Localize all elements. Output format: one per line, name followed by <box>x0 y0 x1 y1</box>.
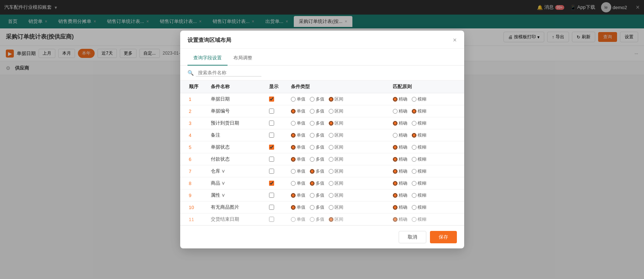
tab-query-fields-label: 查询字段设置 <box>193 55 222 60</box>
search-input[interactable] <box>196 69 261 75</box>
dialog: 设置查询区域布局 × 查询字段设置 布局调整 🔍 顺序 条件名称 显 <box>180 31 464 75</box>
dialog-search-area: 🔍 <box>180 66 464 75</box>
search-icon: 🔍 <box>187 70 194 75</box>
dialog-title: 设置查询区域布局 <box>187 37 231 44</box>
tab-layout[interactable]: 布局调整 <box>228 52 258 66</box>
dialog-close-button[interactable]: × <box>453 36 457 44</box>
dialog-header: 设置查询区域布局 × <box>180 31 464 49</box>
tab-layout-label: 布局调整 <box>233 55 252 60</box>
dialog-overlay: 设置查询区域布局 × 查询字段设置 布局调整 🔍 顺序 条件名称 显 <box>0 0 644 75</box>
close-icon: × <box>453 36 457 44</box>
dialog-tabs: 查询字段设置 布局调整 <box>180 49 464 66</box>
tab-query-fields[interactable]: 查询字段设置 <box>187 52 228 66</box>
